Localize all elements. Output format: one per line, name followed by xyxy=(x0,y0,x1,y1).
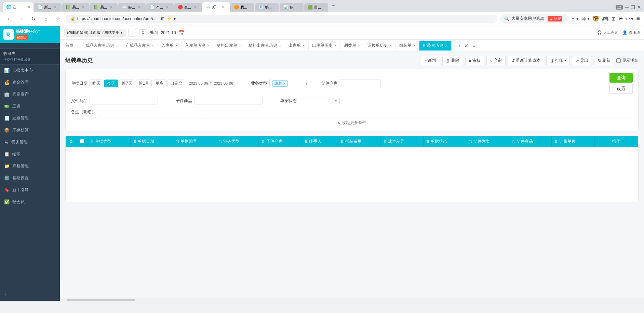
show-detail-input[interactable] xyxy=(616,58,621,63)
new-btn[interactable]: + 新增 xyxy=(421,56,440,65)
tab-material-out-history[interactable]: 材料出库单历史 ✕ xyxy=(245,41,285,51)
browser-restore[interactable]: ❐ xyxy=(631,4,635,10)
tab-material-out[interactable]: 材料出库单 ✕ xyxy=(213,41,245,51)
nav-home[interactable]: ⌂ xyxy=(41,14,51,24)
game-btn[interactable]: 🎮 xyxy=(602,15,609,22)
show-detail-checkbox[interactable]: 显示明细 xyxy=(616,58,639,63)
bill-status-select[interactable]: ▾ xyxy=(299,98,340,104)
tab-close[interactable]: ✕ xyxy=(138,5,140,9)
sidebar-item-settings[interactable]: ⚙️ 基础设置 xyxy=(0,172,60,184)
search-bar[interactable]: 🔍 大量安卓用户逃离 🔥 热搜 xyxy=(500,14,568,23)
sidebar-item-inventory[interactable]: 📦 库存核算 xyxy=(0,124,60,136)
tab-assemble-history-active[interactable]: 组装单历史 ✕ xyxy=(419,41,451,51)
brightness-btn[interactable]: ☀ xyxy=(618,15,623,22)
lightning-icon[interactable]: ⚡ xyxy=(166,16,172,21)
tab-in-order[interactable]: 入库单 ✕ xyxy=(158,41,182,51)
customer-service[interactable]: 🎧 人工咨询 xyxy=(597,30,618,35)
tab-close-icon[interactable]: ✕ xyxy=(239,44,241,47)
tab-out-order[interactable]: 出库单 ✕ xyxy=(285,41,309,51)
col-disassemble-fee[interactable]: ⇅ 拆装费用 xyxy=(338,136,380,147)
biz-type-input[interactable]: 组装 ✕ ▾ xyxy=(269,79,310,88)
print-dropdown[interactable]: ▾ xyxy=(564,59,566,62)
sidebar-item-capital[interactable]: 💰 资金管理 xyxy=(0,76,60,88)
nav-forward[interactable]: › xyxy=(16,14,26,24)
date-7days[interactable]: 近7天 xyxy=(119,80,135,87)
date-yesterday[interactable]: 昨天 xyxy=(90,80,103,87)
col-cost-diff[interactable]: ⇅ 成本差异 xyxy=(380,136,423,147)
parent-warehouse-input[interactable]: ··· xyxy=(340,80,381,87)
bill-status-dropdown[interactable]: ▾ xyxy=(335,99,337,103)
tab-close[interactable]: ✕ xyxy=(54,5,56,9)
sidebar-item-assets[interactable]: 🏢 固定资产 xyxy=(0,88,60,100)
tab-close[interactable]: ✕ xyxy=(194,5,197,9)
company-selector[interactable]: (勿删勿禁用) 江西服宝测试专用 ▾ xyxy=(64,29,125,37)
browser-tab-3[interactable]: 📗 易... ✕ xyxy=(62,3,90,12)
col-parent-goods[interactable]: ⇅ 父件商品 xyxy=(509,136,552,147)
browser-tab-5[interactable]: ☁️ 好... ✕ xyxy=(118,3,146,12)
refresh-btn[interactable]: ↻ 刷新 xyxy=(594,56,614,65)
tab-close-icon[interactable]: ✕ xyxy=(334,44,337,47)
date-today[interactable]: 今天 xyxy=(104,80,118,87)
tab-close[interactable]: ✕ xyxy=(82,5,84,9)
select-all-checkbox[interactable] xyxy=(80,139,84,143)
tab-transfer[interactable]: 调拨单 ✕ xyxy=(340,41,364,51)
favorites-sub[interactable]: 快捷键打开收藏夹 xyxy=(3,57,56,62)
review-btn[interactable]: ● 审核 xyxy=(465,56,484,65)
sidebar-item-archive[interactable]: 📁 归档管理 xyxy=(0,160,60,172)
delete-btn[interactable]: 🗑 删除 xyxy=(442,56,463,65)
tab-close[interactable]: ✕ xyxy=(166,5,169,9)
col-bill-date[interactable]: ⇅ 单据日期 xyxy=(130,136,173,147)
browser-tab-6[interactable]: 📄 个... ✕ xyxy=(146,3,174,12)
sidebar-item-guide[interactable]: 🔖 新手引导 xyxy=(0,184,60,196)
qr-icon[interactable]: ⊞ xyxy=(161,16,164,21)
tab-nav-prev[interactable]: ‹ xyxy=(451,42,457,49)
calendar-icon[interactable]: 📅 xyxy=(179,30,185,35)
date-more[interactable]: 更多 xyxy=(153,80,166,87)
query-btn[interactable]: 查询 xyxy=(609,73,633,83)
tab-close-icon[interactable]: ✕ xyxy=(445,44,447,47)
sidebar-item-invoice[interactable]: 🧾 发票管理 xyxy=(0,112,60,124)
col-child-warehouse[interactable]: ⇅ 子件仓库 xyxy=(259,136,301,147)
sidebar-item-tax[interactable]: 🖨 税务管理 xyxy=(0,136,60,148)
tab-close-icon[interactable]: ✕ xyxy=(151,44,154,47)
tab-close-icon[interactable]: ✕ xyxy=(413,44,416,47)
translate-btn[interactable]: 译 ▾ xyxy=(581,16,590,22)
tab-product-in[interactable]: 产成品入库单 ✕ xyxy=(122,41,158,51)
col-bill-status[interactable]: ⇅ 单据状态 xyxy=(423,136,466,147)
tab-close-icon[interactable]: ✕ xyxy=(302,44,305,47)
settings-gear-btn[interactable]: ⚙ xyxy=(139,29,147,36)
tab-transfer-history[interactable]: 调拨单历史 ✕ xyxy=(364,41,396,51)
abandon-btn[interactable]: ○ 弃审 xyxy=(486,56,506,65)
nav-back[interactable]: ‹ xyxy=(4,14,14,24)
sidebar-item-settle[interactable]: 📋 结账 xyxy=(0,148,60,160)
nav-bookmark[interactable]: ☆ xyxy=(53,14,63,24)
scrollbar-thumb[interactable] xyxy=(67,299,135,301)
tab-assemble[interactable]: 组装单 ✕ xyxy=(396,41,419,51)
browser-tab-11[interactable]: 📊 各... xyxy=(280,3,304,12)
col-gear[interactable]: ⚙ xyxy=(66,136,77,147)
biz-type-tag-close[interactable]: ✕ xyxy=(283,82,286,85)
url-bar[interactable]: 🔒 https://cloud.chanjet.com/accounting/u… xyxy=(66,15,497,23)
browser-tab-new[interactable]: 📄 新... ✕ xyxy=(34,3,62,12)
tab-close[interactable]: ✕ xyxy=(222,5,225,9)
browser-close[interactable]: ✕ xyxy=(637,4,641,10)
tab-nav-next[interactable]: › xyxy=(457,42,462,49)
browser-tab-active[interactable]: 🌐 在... ✕ xyxy=(3,2,33,12)
browser-tab-10[interactable]: 📧 畅... xyxy=(255,3,279,12)
browser-tab-7[interactable]: 🔴 企... ✕ xyxy=(174,3,202,12)
undo-btn[interactable]: ↩ ▾ xyxy=(626,16,634,22)
biz-type-dropdown[interactable]: ▾ xyxy=(306,82,307,85)
child-goods-more[interactable]: ··· xyxy=(256,98,259,103)
user-avatar[interactable]: 👤 徐泽华 xyxy=(622,30,640,35)
sidebar-item-salary[interactable]: 💵 工资 xyxy=(0,100,60,112)
set-btn[interactable]: 设置 xyxy=(609,84,633,94)
recalculate-btn[interactable]: ↺ 重新计算成本 xyxy=(508,56,544,65)
tab-close-icon[interactable]: ✕ xyxy=(207,44,210,47)
print-btn[interactable]: 🖨 打印 ▾ xyxy=(546,56,570,65)
emoji-btn[interactable]: 🐯 xyxy=(592,15,599,22)
date-1month[interactable]: 近1月 xyxy=(136,80,152,87)
sidebar-add-btn[interactable]: + xyxy=(0,288,60,301)
add-company-btn[interactable]: + xyxy=(128,29,136,37)
tab-close-icon[interactable]: ✕ xyxy=(175,44,178,47)
grid-btn[interactable]: ⊞ xyxy=(612,16,616,22)
